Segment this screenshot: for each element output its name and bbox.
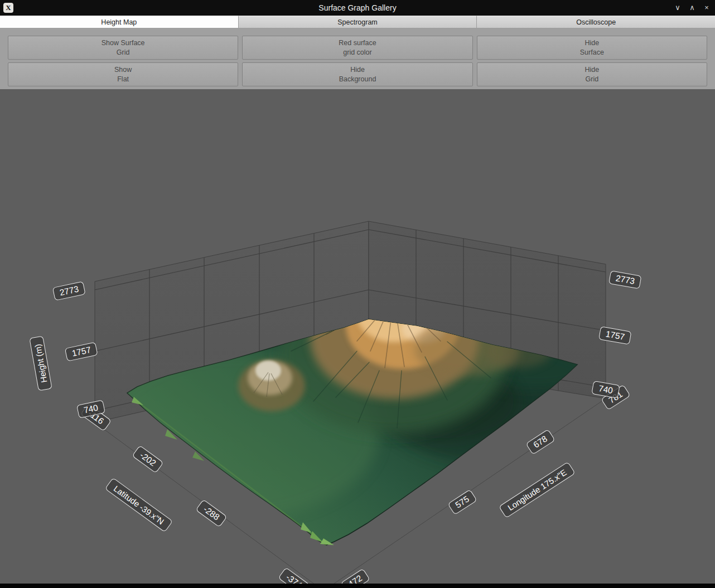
toolbar: Show Surface Grid Red surface grid color… (0, 28, 715, 89)
show-flat-button[interactable]: Show Flat (8, 62, 238, 86)
button-label-line: Show (114, 65, 132, 75)
button-label-line: Hide (350, 65, 365, 75)
tab-height-map[interactable]: Height Map (0, 16, 239, 28)
window-title: Surface Graph Gallery (0, 0, 715, 16)
tab-bar: Height Map Spectrogram Oscilloscope (0, 16, 715, 28)
button-label-line: Flat (117, 75, 129, 84)
window-controls: ∨ ∧ × (671, 0, 713, 16)
surface-chart-viewport[interactable]: Height (m) 2773 1757 -116 740 -202 -288 … (0, 89, 715, 584)
button-label-line: Grid (117, 48, 130, 57)
maximize-window-icon[interactable]: ∧ (686, 2, 698, 14)
shade-window-icon[interactable]: ∨ (671, 2, 684, 14)
close-window-icon[interactable]: × (700, 2, 713, 14)
button-label-line: Hide (584, 65, 599, 75)
button-label-line: grid color (343, 48, 371, 57)
button-label-line: Hide (584, 38, 599, 48)
hide-background-button[interactable]: Hide Background (242, 62, 472, 86)
show-surface-grid-button[interactable]: Show Surface Grid (8, 36, 238, 60)
button-label-line: Grid (586, 75, 599, 84)
bottom-strip (0, 584, 715, 588)
button-label-line: Background (339, 75, 376, 84)
button-label-line: Show Surface (102, 38, 145, 48)
hide-surface-button[interactable]: Hide Surface (477, 36, 707, 60)
red-surface-grid-color-button[interactable]: Red surface grid color (242, 36, 472, 60)
tab-oscilloscope[interactable]: Oscilloscope (477, 16, 715, 28)
title-bar: X Surface Graph Gallery ∨ ∧ × (0, 0, 715, 16)
tab-spectrogram[interactable]: Spectrogram (239, 16, 477, 28)
hide-grid-button[interactable]: Hide Grid (477, 62, 707, 86)
app-window: X Surface Graph Gallery ∨ ∧ × Height Map… (0, 0, 715, 588)
button-label-line: Surface (580, 48, 604, 57)
button-label-line: Red surface (339, 38, 376, 48)
